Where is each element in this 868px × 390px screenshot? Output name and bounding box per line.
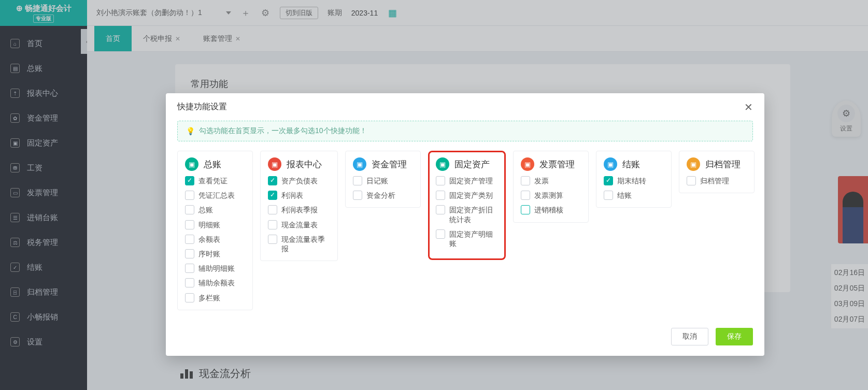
checkbox[interactable]: ✓ <box>604 176 613 185</box>
checkbox[interactable] <box>268 235 277 244</box>
option-label: 辅助余额表 <box>198 278 235 287</box>
checkbox[interactable] <box>185 278 194 287</box>
option-item[interactable]: ✓利润表 <box>268 191 330 200</box>
option-label: 利润表季报 <box>281 205 318 214</box>
modal-tip: 💡 勾选功能在首页显示，一次最多勾选10个快捷功能！ <box>177 121 753 141</box>
option-label: 凭证汇总表 <box>198 191 235 200</box>
option-item[interactable]: 进销稽核 <box>521 205 581 214</box>
group-title: 资金管理 <box>372 158 407 170</box>
quick-function-modal: 快捷功能设置 ✕ 💡 勾选功能在首页显示，一次最多勾选10个快捷功能！ ▣总账✓… <box>166 93 764 356</box>
option-label: 结账 <box>617 191 632 200</box>
checkbox[interactable] <box>353 191 362 200</box>
option-label: 日记账 <box>366 176 388 185</box>
option-item[interactable]: ✓资产负债表 <box>268 176 330 185</box>
checkbox[interactable] <box>521 191 530 200</box>
checkbox[interactable] <box>687 176 696 185</box>
checkbox[interactable] <box>185 235 194 244</box>
group-icon: ▣ <box>353 157 366 171</box>
group-icon: ▣ <box>521 157 534 171</box>
group-title: 固定资产 <box>454 158 490 170</box>
checkbox[interactable] <box>521 176 530 185</box>
option-item[interactable]: 现金流量表 <box>268 220 330 229</box>
checkbox[interactable]: ✓ <box>268 176 277 185</box>
option-item[interactable]: 固定资产明细账 <box>436 229 498 248</box>
group-card: ▣结账✓期末结转结账 <box>596 151 672 208</box>
option-item[interactable]: 固定资产折旧统计表 <box>436 205 498 224</box>
group-head: ▣归档管理 <box>687 157 747 171</box>
option-item[interactable]: 日记账 <box>353 176 413 185</box>
option-label: 固定资产折旧统计表 <box>449 205 498 224</box>
option-label: 期末结转 <box>617 176 646 185</box>
checkbox[interactable] <box>521 205 530 214</box>
groups-row: ▣总账✓查看凭证凭证汇总表总账明细账余额表序时账辅助明细账辅助余额表多栏账▣报表… <box>177 151 753 310</box>
checkbox[interactable] <box>353 176 362 185</box>
option-item[interactable]: 固定资产管理 <box>436 176 498 185</box>
option-label: 现金流量表 <box>281 220 318 229</box>
checkbox[interactable] <box>436 229 445 239</box>
checkbox[interactable] <box>185 220 194 229</box>
group-title: 总账 <box>204 158 221 170</box>
group-head: ▣资金管理 <box>353 157 413 171</box>
group-card: ▣固定资产固定资产管理固定资产类别固定资产折旧统计表固定资产明细账 <box>428 151 506 260</box>
checkbox[interactable] <box>185 264 194 273</box>
group-head: ▣发票管理 <box>521 157 581 171</box>
group-card: ▣归档管理归档管理 <box>679 151 755 193</box>
group-title: 报表中心 <box>287 158 322 170</box>
group-head: ▣固定资产 <box>436 157 498 171</box>
option-item[interactable]: 辅助明细账 <box>185 264 245 273</box>
option-label: 多栏账 <box>198 293 220 302</box>
option-item[interactable]: 归档管理 <box>687 176 747 185</box>
option-item[interactable]: ✓查看凭证 <box>185 176 245 185</box>
checkbox[interactable] <box>268 220 277 229</box>
option-item[interactable]: 发票测算 <box>521 191 581 200</box>
group-title: 发票管理 <box>539 158 575 170</box>
checkbox[interactable] <box>185 191 194 200</box>
option-item[interactable]: 结账 <box>604 191 664 200</box>
option-label: 发票测算 <box>534 191 563 200</box>
close-icon[interactable]: ✕ <box>744 102 753 112</box>
option-label: 资产负债表 <box>281 176 318 185</box>
checkbox[interactable] <box>436 191 445 200</box>
option-label: 明细账 <box>198 220 220 229</box>
option-item[interactable]: 余额表 <box>185 235 245 244</box>
save-button[interactable]: 保存 <box>716 328 753 345</box>
option-item[interactable]: 序时账 <box>185 249 245 258</box>
checkbox[interactable] <box>436 176 445 185</box>
option-item[interactable]: 辅助余额表 <box>185 278 245 287</box>
group-head: ▣结账 <box>604 157 664 171</box>
group-head: ▣总账 <box>185 157 245 171</box>
cancel-button[interactable]: 取消 <box>671 328 708 345</box>
option-label: 资金分析 <box>366 191 395 200</box>
group-icon: ▣ <box>604 157 617 171</box>
checkbox[interactable] <box>604 191 613 200</box>
option-item[interactable]: 资金分析 <box>353 191 413 200</box>
checkbox[interactable] <box>436 205 445 214</box>
checkbox[interactable] <box>268 205 277 214</box>
checkbox[interactable]: ✓ <box>185 176 194 185</box>
group-icon: ▣ <box>436 157 449 171</box>
option-item[interactable]: 多栏账 <box>185 293 245 302</box>
option-item[interactable]: ✓期末结转 <box>604 176 664 185</box>
option-label: 现金流量表季报 <box>281 235 330 253</box>
group-card: ▣资金管理日记账资金分析 <box>345 151 421 208</box>
option-item[interactable]: 利润表季报 <box>268 205 330 214</box>
option-label: 固定资产明细账 <box>449 229 498 248</box>
checkbox[interactable] <box>185 205 194 214</box>
checkbox[interactable] <box>185 293 194 302</box>
checkbox[interactable]: ✓ <box>268 191 277 200</box>
group-icon: ▣ <box>268 157 281 171</box>
option-item[interactable]: 明细账 <box>185 220 245 229</box>
option-item[interactable]: 固定资产类别 <box>436 191 498 200</box>
option-item[interactable]: 发票 <box>521 176 581 185</box>
group-icon: ▣ <box>185 157 198 171</box>
lightbulb-icon: 💡 <box>186 127 195 135</box>
option-item[interactable]: 凭证汇总表 <box>185 191 245 200</box>
group-card: ▣发票管理发票发票测算进销稽核 <box>513 151 589 223</box>
checkbox[interactable] <box>185 249 194 258</box>
option-item[interactable]: 现金流量表季报 <box>268 235 330 253</box>
option-label: 辅助明细账 <box>198 264 235 273</box>
option-label: 固定资产类别 <box>449 191 493 200</box>
group-title: 结账 <box>622 158 640 170</box>
option-item[interactable]: 总账 <box>185 205 245 214</box>
option-label: 利润表 <box>281 191 303 200</box>
